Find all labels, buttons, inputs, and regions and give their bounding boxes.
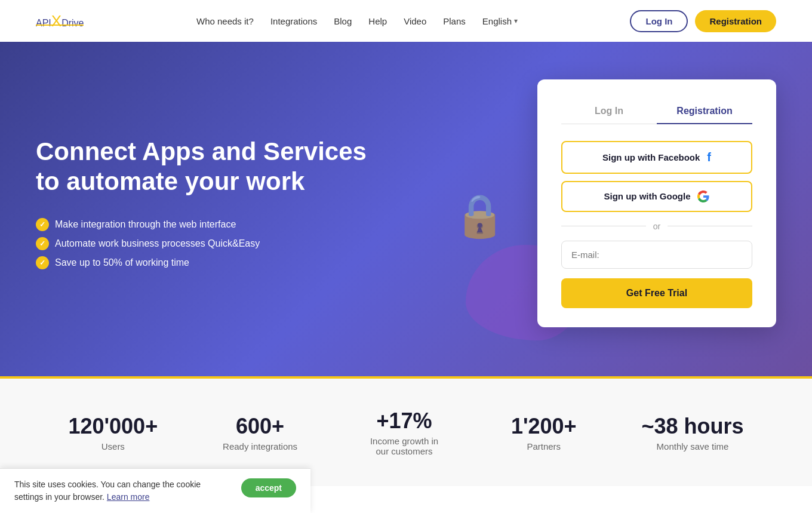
logo-drive-text: Drive: [61, 18, 84, 28]
language-label: English: [482, 16, 512, 26]
hero-features: ✓ Make integration through the web inter…: [36, 218, 537, 269]
stat-income: +17% Income growth in our customers: [362, 408, 446, 456]
check-icon: ✓: [36, 237, 49, 250]
logo-api-text: API: [36, 18, 51, 28]
google-button-label: Sign up with Google: [604, 191, 691, 201]
divider-line-left: [561, 226, 646, 226]
stat-partners: 1'200+ Partners: [511, 414, 577, 451]
registration-card: Log In Registration Sign up with Faceboo…: [537, 79, 776, 327]
hero-section: Connect Apps and Services to automate yo…: [0, 42, 812, 376]
feature-item: ✓ Make integration through the web inter…: [36, 218, 537, 231]
or-divider: or: [561, 222, 752, 231]
stat-integrations-label: Ready integrations: [223, 441, 297, 451]
stat-integrations: 600+ Ready integrations: [223, 414, 297, 451]
logo-x-text: X: [51, 12, 61, 30]
stat-income-label: Income growth in our customers: [362, 436, 446, 456]
nav-who-needs-it[interactable]: Who needs it?: [196, 16, 254, 26]
logo[interactable]: APIXDrive: [36, 12, 84, 30]
facebook-button-label: Sign up with Facebook: [602, 152, 700, 162]
feature-label: Make integration through the web interfa…: [55, 219, 236, 230]
header-actions: Log In Registration: [630, 10, 776, 32]
stat-income-number: +17%: [362, 408, 446, 434]
stat-partners-label: Partners: [511, 441, 577, 451]
facebook-icon: f: [707, 150, 711, 164]
stat-partners-number: 1'200+: [511, 414, 577, 439]
stat-integrations-number: 600+: [223, 414, 297, 439]
feature-label: Save up to 50% of working time: [55, 257, 189, 268]
auth-tabs: Log In Registration: [561, 99, 752, 124]
hero-content: Connect Apps and Services to automate yo…: [36, 137, 537, 270]
nav-video[interactable]: Video: [404, 16, 426, 26]
nav-plans[interactable]: Plans: [443, 16, 466, 26]
feature-item: ✓ Automate work business processes Quick…: [36, 237, 537, 250]
facebook-signup-button[interactable]: Sign up with Facebook f: [561, 141, 752, 174]
email-field[interactable]: [561, 241, 752, 269]
accept-cookies-button[interactable]: accept: [241, 478, 296, 486]
chevron-down-icon: ▾: [514, 17, 518, 25]
main-nav: Who needs it? Integrations Blog Help Vid…: [196, 16, 518, 26]
stat-users: 120'000+ Users: [68, 414, 158, 451]
language-selector[interactable]: English ▾: [482, 16, 518, 26]
check-icon: ✓: [36, 256, 49, 269]
nav-help[interactable]: Help: [368, 16, 387, 26]
cookie-text: This site uses cookies. You can change t…: [14, 478, 232, 486]
check-icon: ✓: [36, 218, 49, 231]
stat-hours: ~38 hours Monthly save time: [641, 414, 743, 451]
nav-blog[interactable]: Blog: [334, 16, 352, 26]
registration-button[interactable]: Registration: [695, 10, 776, 32]
google-signup-button[interactable]: Sign up with Google: [561, 181, 752, 212]
header: APIXDrive Who needs it? Integrations Blo…: [0, 0, 812, 42]
feature-item: ✓ Save up to 50% of working time: [36, 256, 537, 269]
divider-line-right: [668, 226, 752, 226]
stat-users-label: Users: [68, 441, 158, 451]
google-icon: [697, 191, 709, 202]
stat-hours-label: Monthly save time: [641, 441, 743, 451]
feature-label: Automate work business processes Quick&E…: [55, 238, 260, 249]
logo-underline: [36, 24, 84, 26]
stat-hours-number: ~38 hours: [641, 414, 743, 439]
tab-registration[interactable]: Registration: [657, 99, 752, 124]
cookie-banner: This site uses cookies. You can change t…: [0, 468, 310, 486]
or-label: or: [653, 222, 660, 231]
login-button[interactable]: Log In: [630, 10, 688, 32]
free-trial-button[interactable]: Get Free Trial: [561, 278, 752, 308]
nav-integrations[interactable]: Integrations: [270, 16, 317, 26]
tab-login[interactable]: Log In: [561, 99, 657, 124]
hero-title: Connect Apps and Services to automate yo…: [36, 137, 370, 197]
cookie-content: This site uses cookies. You can change t…: [14, 478, 296, 486]
stat-users-number: 120'000+: [68, 414, 158, 439]
